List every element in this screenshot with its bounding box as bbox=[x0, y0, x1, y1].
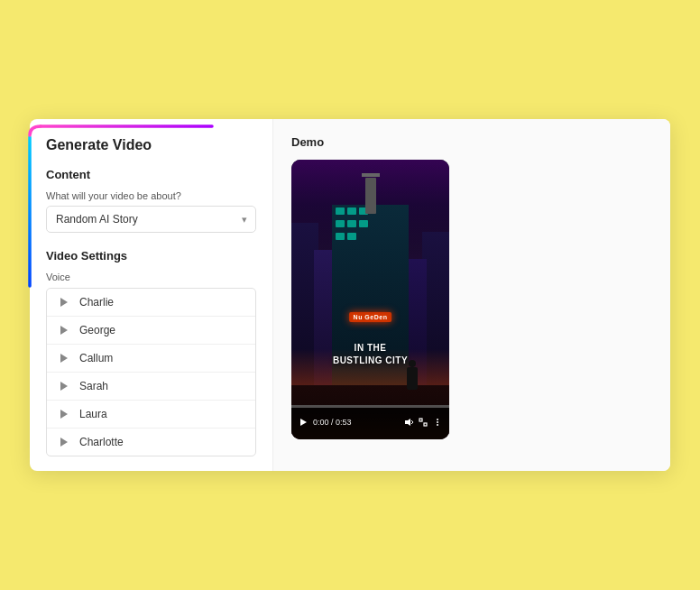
video-topic-select[interactable]: Random AI Story Custom Topic News Summar… bbox=[46, 206, 256, 233]
video-caption-overlay: IN THE BUSTLING CITY bbox=[291, 342, 449, 367]
svg-rect-6 bbox=[419, 419, 422, 421]
video-topic-label: What will your video be about? bbox=[46, 190, 256, 201]
video-background: Nu GeDen IN THE BUSTLING CITY bbox=[291, 160, 449, 439]
voice-name-laura: Laura bbox=[79, 408, 107, 420]
voice-item-charlie[interactable]: Charlie bbox=[47, 289, 255, 317]
play-charlotte-icon bbox=[58, 436, 70, 448]
voice-list: Charlie George Callum bbox=[46, 288, 256, 456]
svg-marker-2 bbox=[300, 419, 307, 426]
svg-line-4 bbox=[411, 420, 413, 422]
caption-line2: BUSTLING CITY bbox=[300, 355, 440, 367]
voice-item-charlotte[interactable]: Charlotte bbox=[47, 429, 255, 456]
app-wrapper: Generate Video Content What will your vi… bbox=[30, 119, 670, 471]
voice-item-laura[interactable]: Laura bbox=[47, 401, 255, 429]
play-pause-button[interactable] bbox=[299, 418, 308, 427]
voice-item-george[interactable]: George bbox=[47, 317, 255, 345]
svg-point-8 bbox=[437, 419, 438, 420]
neon-sign: Nu GeDen bbox=[349, 312, 392, 322]
person-silhouette bbox=[407, 367, 418, 390]
time-display: 0:00 / 0:53 bbox=[313, 418, 399, 427]
svg-point-9 bbox=[437, 421, 438, 423]
main-card: Generate Video Content What will your vi… bbox=[30, 119, 670, 471]
content-section-title: Content bbox=[46, 168, 256, 181]
video-progress-bar[interactable] bbox=[291, 405, 449, 408]
video-controls-bar: 0:00 / 0:53 bbox=[291, 405, 449, 439]
play-sarah-icon bbox=[58, 380, 70, 392]
play-laura-icon bbox=[58, 408, 70, 420]
building-antenna bbox=[365, 178, 376, 214]
svg-rect-7 bbox=[424, 423, 427, 426]
svg-marker-3 bbox=[405, 419, 410, 426]
fullscreen-button[interactable] bbox=[419, 418, 428, 427]
voice-item-sarah[interactable]: Sarah bbox=[47, 373, 255, 401]
left-panel: Generate Video Content What will your vi… bbox=[30, 119, 273, 471]
voice-name-sarah: Sarah bbox=[79, 380, 108, 392]
voice-name-george: George bbox=[79, 324, 115, 336]
video-topic-select-wrapper: Random AI Story Custom Topic News Summar… bbox=[46, 206, 256, 233]
play-callum-icon bbox=[58, 352, 70, 364]
voice-label: Voice bbox=[46, 272, 256, 282]
more-options-button[interactable] bbox=[433, 418, 442, 427]
caption-line1: IN THE bbox=[300, 342, 440, 355]
play-george-icon bbox=[58, 324, 70, 336]
right-panel: Demo bbox=[273, 119, 670, 471]
svg-point-10 bbox=[437, 424, 438, 426]
svg-line-5 bbox=[411, 422, 413, 424]
voice-name-callum: Callum bbox=[79, 352, 113, 364]
volume-button[interactable] bbox=[404, 418, 413, 427]
demo-video-container[interactable]: Nu GeDen IN THE BUSTLING CITY bbox=[291, 160, 449, 439]
voice-item-callum[interactable]: Callum bbox=[47, 345, 255, 373]
voice-name-charlotte: Charlotte bbox=[79, 436, 124, 448]
voice-name-charlie: Charlie bbox=[79, 296, 114, 309]
demo-title: Demo bbox=[291, 135, 652, 149]
play-charlie-icon bbox=[58, 296, 70, 309]
page-title: Generate Video bbox=[46, 137, 256, 153]
video-settings-title: Video Settings bbox=[46, 249, 256, 263]
